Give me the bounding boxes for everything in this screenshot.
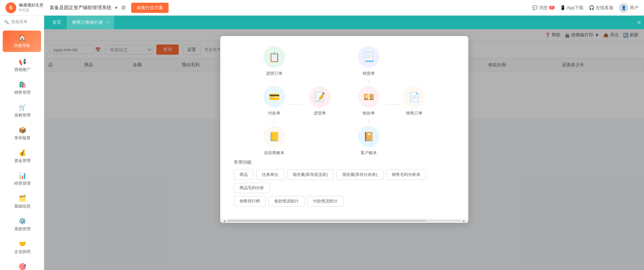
purchase-slip-label: 进货单 <box>314 110 326 116</box>
search-icon: 🔍 <box>4 20 9 24</box>
common-functions: 常用功能 商品 往来单位 现存量(库存状况表) 现存量(库存分布表) 销售毛利分… <box>234 159 455 212</box>
purchase-slip-icon: 📝 <box>309 86 331 108</box>
purchase-order-label: 进货订单 <box>266 71 282 76</box>
scroll-right-btn[interactable]: ▶ <box>463 219 466 223</box>
purchase-order-icon: 📋 <box>263 46 285 68</box>
receipt-slip-icon: 💴 <box>358 86 380 108</box>
scroll-left-btn[interactable]: ◀ <box>223 219 226 223</box>
func-buttons-row2: 销售排行榜 收款情况统计 付款情况统计 <box>234 196 455 206</box>
payment-slip-icon: 💳 <box>263 86 285 108</box>
sales-order-icon: 📄 <box>403 86 425 108</box>
purchase-icon: 🛒 <box>19 104 26 111</box>
sidebar-item-label: 快捷导航 <box>14 43 30 49</box>
online-service-btn[interactable]: 🎧 在线客服 <box>589 5 613 11</box>
settings-gear-btn[interactable]: ⚙ <box>121 4 126 11</box>
top-header: 6 畅康通好生意 旺旺版 装备及固定资产辅助管理系统 ▼ ⚙ 体验行业方案 💬 … <box>0 0 644 16</box>
sidebar-item-label: 采购管理 <box>14 112 31 118</box>
app-logo: 6 <box>5 2 16 13</box>
sidebar-item-basic-info[interactable]: 🗂️ 基础信息 <box>0 191 44 213</box>
sys-mgmt-icon: ⚙️ <box>19 217 26 225</box>
message-badge: 6 <box>549 6 555 10</box>
quick-nav-icon: 🏠 <box>18 34 26 41</box>
customer-ledger-node: 📔 客户账本 <box>358 126 380 156</box>
supplier-ledger-icon: 📒 <box>263 126 285 147</box>
close-all-tabs-btn[interactable]: ✕ <box>637 19 641 26</box>
sidebar-item-label: 资金管理 <box>14 158 31 164</box>
sales-slip-node: 📃 销货单 <box>358 46 380 76</box>
mid-left-flow: 📝 进货单 <box>309 86 331 116</box>
supplier-ledger-label: 供应商账本 <box>264 150 284 156</box>
trial-btn[interactable]: 体验行业方案 <box>131 3 169 13</box>
down-arrow-1: ↓ <box>273 78 276 84</box>
modal-overlay[interactable]: 📋 进货订单 ↓ 💳 付款单 ↓ 📒 <box>44 29 644 270</box>
func-btn-payment-stats[interactable]: 付款情况统计 <box>307 196 343 206</box>
tab-bar: 首页 销售订单执行表 × ✕ <box>44 16 644 29</box>
brand-sub: 旺旺版 <box>19 8 43 13</box>
sidebar-item-purchase-mgmt[interactable]: 🛒 采购管理 <box>0 100 44 122</box>
main-content: 首页 销售订单执行表 × ✕ ❓ 帮助 🖨️ 按模板打印 ▼ <box>44 16 644 270</box>
payment-slip-node: 💳 付款单 <box>263 86 285 116</box>
brand-name: 畅康通好生意 <box>19 3 43 8</box>
sidebar-item-sys-mgmt[interactable]: ⚙️ 系统管理 <box>0 213 44 236</box>
sales-slip-label: 销货单 <box>363 71 375 76</box>
sidebar-item-quick-nav[interactable]: 🏠 快捷导航 <box>3 31 41 52</box>
message-icon: 💬 <box>532 5 538 10</box>
func-btn-receipt-stats[interactable]: 收款情况统计 <box>268 196 304 206</box>
sidebar-item-operations[interactable]: 📊 经营管理 <box>0 168 44 191</box>
sales-order-label: 销售订单 <box>406 110 422 116</box>
sidebar-item-label: 企业协同 <box>14 249 31 255</box>
func-btn-sales-margin[interactable]: 销售毛利分析表 <box>386 169 426 180</box>
func-btn-product[interactable]: 商品 <box>234 169 254 180</box>
scrollbar-thumb <box>227 220 427 222</box>
flow-guide-modal: 📋 进货订单 ↓ 💳 付款单 ↓ 📒 <box>220 36 468 223</box>
service-icon: 🎧 <box>589 5 594 10</box>
system-title-area: 装备及固定资产辅助管理系统 ▼ ⚙ 体验行业方案 <box>50 3 532 13</box>
sidebar-search[interactable]: 🔍 搜索菜单 <box>0 16 44 29</box>
sidebar-item-label: 销售管理 <box>14 90 31 95</box>
tab-sales-exec[interactable]: 销售订单执行表 × <box>67 16 114 29</box>
scrollbar-track <box>227 220 462 222</box>
sidebar-item-finance[interactable]: 💰 资金管理 <box>0 145 44 168</box>
down-arrow-2: ↓ <box>273 118 276 124</box>
func-btn-inventory-dist[interactable]: 现存量(库存分布表) <box>336 169 383 180</box>
func-btn-inventory-status[interactable]: 现存量(库存状况表) <box>287 169 334 180</box>
supplier-ledger-node: 📒 供应商账本 <box>263 126 285 156</box>
func-btn-partner[interactable]: 往来单位 <box>256 169 284 180</box>
sidebar-item-sales-mgmt[interactable]: 🛍️ 销售管理 <box>0 77 44 100</box>
receipt-slip-label: 收款单 <box>363 110 375 116</box>
customer-ledger-icon: 📔 <box>358 126 380 147</box>
mid-right-flow: 📃 销货单 ↓ 💴 收款单 ↓ 📔 <box>358 46 380 156</box>
sidebar-item-marketing[interactable]: 📢 营销推广 <box>0 54 44 77</box>
system-title: 装备及固定资产辅助管理系统 <box>50 5 111 11</box>
app-download-btn[interactable]: 📱 App下载 <box>560 5 584 11</box>
message-btn[interactable]: 💬 消息 6 <box>532 5 555 11</box>
purchase-order-node: 📋 进货订单 <box>263 46 285 76</box>
user-menu[interactable]: 👤 用户 <box>619 3 639 13</box>
inventory-icon: 📦 <box>19 126 26 134</box>
tab-home-label: 首页 <box>52 19 61 25</box>
customer-ledger-label: 客户账本 <box>361 150 377 156</box>
sidebar-item-inventory[interactable]: 📦 库存核算 <box>0 122 44 145</box>
func-btn-product-margin[interactable]: 商品毛利分析 <box>234 183 270 193</box>
header-right: 💬 消息 6 📱 App下载 🎧 在线客服 👤 用户 <box>532 3 639 13</box>
modal-body: 📋 进货订单 ↓ 💳 付款单 ↓ 📒 <box>220 36 468 219</box>
tab-home[interactable]: 首页 <box>47 16 67 29</box>
page-area: ❓ 帮助 🖨️ 按模板打印 ▼ 📤 导出 🔄 刷新 <box>44 29 644 270</box>
user-avatar: 👤 <box>619 3 628 13</box>
modal-scrollbar: ◀ ▶ <box>220 219 468 223</box>
main-layout: 🔍 搜索菜单 🏠 快捷导航 📢 营销推广 🛍️ 销售管理 🛒 采购管理 📦 库存… <box>0 16 644 270</box>
tab-close-btn[interactable]: × <box>106 20 109 25</box>
receipt-slip-node: 💴 收款单 <box>358 86 380 116</box>
h-arrow-1: → <box>289 95 305 107</box>
beginner-icon: 🎯 <box>19 263 26 270</box>
func-btn-sales-rank[interactable]: 销售排行榜 <box>234 196 266 206</box>
sidebar-item-beginner[interactable]: 🎯 新手引导 <box>0 259 44 270</box>
sidebar-item-enterprise[interactable]: 🤝 企业协同 <box>0 236 44 259</box>
system-dropdown-btn[interactable]: ▼ <box>114 5 118 10</box>
basic-info-icon: 🗂️ <box>19 195 26 202</box>
h-arrow-2: ← <box>384 95 399 107</box>
tab-sales-exec-label: 销售订单执行表 <box>72 19 103 25</box>
sales-slip-icon: 📃 <box>358 46 380 68</box>
left-flow: 📋 进货订单 ↓ 💳 付款单 ↓ 📒 <box>263 46 285 156</box>
sidebar-item-label: 营销推广 <box>14 67 31 73</box>
